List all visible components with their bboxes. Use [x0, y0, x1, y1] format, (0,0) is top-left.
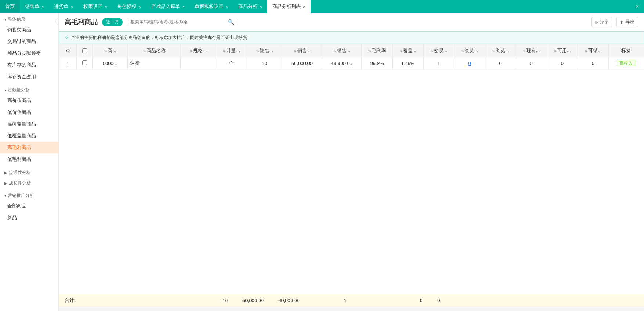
cell-browseb: 0	[485, 57, 516, 69]
col-browsea-sort-icon: ⇅	[461, 49, 464, 53]
cell-checkbox[interactable]	[77, 57, 93, 69]
sidebar-item-contribution-rate[interactable]: 商品分贡献频率	[0, 47, 58, 59]
sidebar-item-traded-goods[interactable]: 交易过的商品	[0, 36, 58, 47]
horizontal-scrollbar[interactable]	[59, 307, 644, 311]
nav-sales[interactable]: 销售单 ×	[20, 0, 49, 13]
col-unit-sort-icon: ⇅	[223, 49, 226, 53]
info-icon: ✧	[65, 35, 69, 40]
content-area: 高毛利商品 近一月 🔍 ⎋ 分享 ⬆ 导出 ✧ 企业的主要的利润都是这部分商品创…	[59, 13, 644, 311]
col-coverage-header[interactable]: ⇅ 覆盖...	[392, 44, 423, 57]
footer-salesamt: 50,000.00	[242, 298, 264, 303]
close-permission-tab[interactable]: ×	[105, 4, 107, 9]
sidebar-item-new-goods[interactable]: 新品	[0, 212, 58, 224]
col-name-sort-icon: ⇅	[143, 49, 146, 53]
col-coverage-sort-icon: ⇅	[399, 49, 402, 53]
col-salesamt-header[interactable]: ⇅ 销售...	[282, 44, 322, 57]
search-box: 🔍	[127, 18, 237, 26]
footer-salesqty: 10	[223, 298, 228, 303]
close-template-tab[interactable]: ×	[226, 4, 228, 9]
col-name-header[interactable]: ⇅ 商品名称	[128, 44, 181, 57]
nav-role[interactable]: 角色授权 ×	[112, 0, 146, 13]
settings-icon[interactable]: ⚙	[66, 48, 70, 54]
table-row: 1 0000... 运费 个 10 50,000.00 49,900.00 99…	[59, 57, 644, 69]
sidebar-group-contribution[interactable]: ▾ 贡献量分析	[0, 84, 58, 95]
col-spec-header[interactable]: ⇅ 规格...	[181, 44, 216, 57]
sidebar-item-high-value[interactable]: 高价值商品	[0, 95, 58, 106]
col-txcount-header[interactable]: ⇅ 交易...	[423, 44, 454, 57]
sidebar-group-liquidity[interactable]: ▶ 流通性分析	[0, 167, 58, 177]
table-header-row: ⚙ ⇅ 商...	[59, 44, 644, 57]
nav-product-warehouse[interactable]: 产成品入库单 ×	[146, 0, 190, 13]
col-code-sort-icon: ⇅	[104, 49, 107, 53]
close-product-warehouse-tab[interactable]: ×	[182, 4, 184, 9]
export-button[interactable]: ⬆ 导出	[616, 17, 638, 27]
cell-browsea[interactable]: 0	[454, 57, 485, 69]
col-current-sort-icon: ⇅	[523, 49, 526, 53]
select-all-checkbox[interactable]	[82, 48, 87, 53]
col-grossmargin-sort-icon: ⇅	[368, 49, 371, 53]
sidebar-item-stock-capital[interactable]: 库存资金占用	[0, 71, 58, 83]
close-sales-tab[interactable]: ×	[42, 4, 44, 9]
cell-spec	[181, 57, 216, 69]
sidebar-item-low-value[interactable]: 低价值商品	[0, 106, 58, 118]
col-current-header[interactable]: ⇅ 现有...	[516, 44, 547, 57]
sidebar-group-overall[interactable]: ▾ 整体信息	[0, 13, 58, 24]
filter-recent-month-button[interactable]: 近一月	[102, 18, 123, 26]
cell-tag: 高收入	[608, 57, 644, 69]
col-salescost-sort-icon: ⇅	[333, 49, 336, 53]
nav-permission[interactable]: 权限设置 ×	[78, 0, 112, 13]
cell-current: 0	[516, 57, 547, 69]
data-table: ⚙ ⇅ 商...	[59, 44, 644, 69]
col-salable-header[interactable]: ⇅ 可销...	[578, 44, 608, 57]
sidebar-item-high-margin[interactable]: 高毛利商品	[0, 142, 58, 153]
sidebar-item-sales-goods[interactable]: 销售类商品	[0, 24, 58, 36]
cell-salescost: 49,900.00	[322, 57, 361, 69]
col-checkbox	[77, 44, 93, 57]
sidebar-item-in-stock[interactable]: 有库存的商品	[0, 59, 58, 71]
global-close-button[interactable]: ×	[630, 3, 644, 10]
group-overall-arrow: ▾	[4, 17, 6, 21]
cell-index: 1	[59, 57, 77, 69]
share-button[interactable]: ⎋ 分享	[591, 17, 612, 27]
col-grossmargin-header[interactable]: ⇅ 毛利率	[361, 44, 392, 57]
sidebar-item-high-coverage[interactable]: 高覆盖量商品	[0, 118, 58, 130]
col-browsea-header[interactable]: ⇅ 浏览...	[454, 44, 485, 57]
close-role-tab[interactable]: ×	[138, 4, 141, 9]
col-browseb-header[interactable]: ⇅ 浏览...	[485, 44, 516, 57]
close-analysis-list-tab[interactable]: ×	[303, 4, 305, 9]
search-icon[interactable]: 🔍	[228, 19, 234, 25]
sidebar-item-low-coverage[interactable]: 低覆盖量商品	[0, 130, 58, 142]
cell-txcount: 1	[423, 57, 454, 69]
col-available-header[interactable]: ⇅ 可用...	[547, 44, 578, 57]
search-input[interactable]	[130, 19, 228, 25]
nav-analysis-list[interactable]: 商品分析列表 ×	[267, 0, 310, 13]
col-spec-sort-icon: ⇅	[190, 49, 193, 53]
data-table-wrapper: ⚙ ⇅ 商...	[59, 44, 644, 294]
page-title: 高毛利商品	[65, 18, 98, 26]
col-index: ⚙	[59, 44, 77, 57]
sidebar-item-low-margin[interactable]: 低毛利商品	[0, 153, 58, 165]
cell-available: 0	[547, 57, 578, 69]
col-salescost-header[interactable]: ⇅ 销售...	[322, 44, 361, 57]
footer-available: 0	[420, 298, 422, 303]
sidebar-item-all-goods[interactable]: 全部商品	[0, 200, 58, 212]
cell-code: 0000...	[93, 57, 128, 69]
footer-label: 合计:	[65, 297, 76, 304]
cell-salable: 0	[578, 57, 608, 69]
nav-purchase[interactable]: 进货单 ×	[49, 0, 78, 13]
sidebar-group-growth[interactable]: ▶ 成长性分析	[0, 177, 58, 188]
group-contribution-arrow: ▾	[4, 88, 6, 92]
col-unit-header[interactable]: ⇅ 计量...	[216, 44, 247, 57]
footer-txcount: 1	[344, 298, 346, 303]
cell-name: 运费	[128, 57, 181, 69]
footer-salable: 0	[437, 298, 440, 303]
col-code-header[interactable]: ⇅ 商...	[93, 44, 128, 57]
cell-salesamt: 50,000.00	[282, 57, 322, 69]
nav-analysis[interactable]: 商品分析 ×	[233, 0, 267, 13]
nav-template[interactable]: 单据模板设置 ×	[190, 0, 233, 13]
col-salesqty-header[interactable]: ⇅ 销售...	[247, 44, 282, 57]
close-analysis-tab[interactable]: ×	[260, 4, 262, 9]
sidebar-group-marketing[interactable]: ▾ 营销推广分析	[0, 189, 58, 200]
close-purchase-tab[interactable]: ×	[71, 4, 73, 9]
nav-home[interactable]: 首页	[0, 0, 20, 13]
